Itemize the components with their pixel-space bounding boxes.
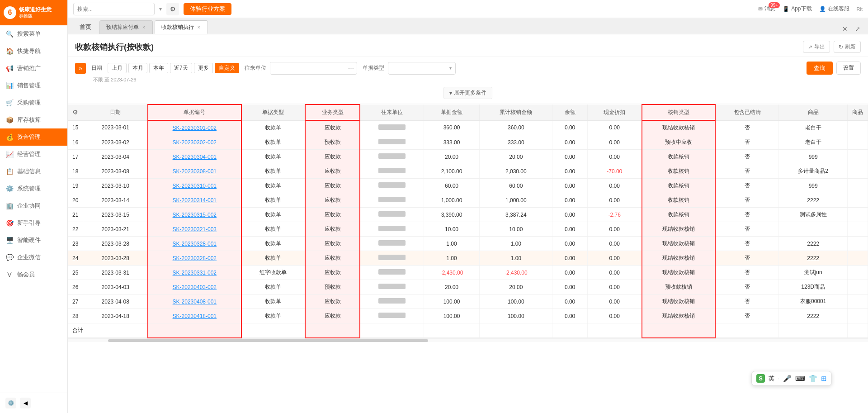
query-button[interactable]: 查询 <box>807 62 833 75</box>
cell-include-settled: 否 <box>715 193 779 208</box>
cell-include-settled: 否 <box>715 266 779 280</box>
topbar-right: ✉ 消息 99+ 📱 App下载 👤 在线客服 Rit <box>758 5 863 13</box>
order-no-link[interactable]: SK-20230418-001 <box>173 313 217 319</box>
tab-home[interactable]: 首页 <box>73 20 98 34</box>
sidebar-item-sales[interactable]: 📊销售管理 <box>0 77 67 94</box>
order-no-link[interactable]: SK-20230403-002 <box>173 284 217 290</box>
float-s-icon[interactable]: S <box>756 374 765 383</box>
cell-order-type: 收款单 <box>241 251 306 266</box>
cell-verify-type: 现结收款核销 <box>642 309 715 323</box>
sidebar-item-search[interactable]: 🔍搜索菜单 <box>0 25 67 43</box>
messages-btn[interactable]: ✉ 消息 99+ <box>758 5 775 13</box>
cell-verified: 20.00 <box>480 280 552 294</box>
order-no-link[interactable]: SK-20230331-002 <box>173 270 217 276</box>
order-no-link[interactable]: SK-20230302-002 <box>173 139 217 146</box>
order-no-link[interactable]: SK-20230304-001 <box>173 154 217 160</box>
sidebar-label-member: 畅会员 <box>17 271 35 279</box>
sidebar-item-system[interactable]: ⚙️系统管理 <box>0 180 67 197</box>
order-no-link[interactable]: SK-20230328-002 <box>173 255 217 261</box>
tab-collections-close[interactable]: × <box>197 24 201 31</box>
service-icon: 👤 <box>819 6 826 12</box>
sidebar-item-wechat[interactable]: 💬企业微信 <box>0 249 67 266</box>
topbar-gear-btn[interactable]: ⚙ <box>166 3 179 15</box>
cell-order-no: SK-20230328-002 <box>148 251 241 266</box>
float-shirt-icon[interactable]: 👕 <box>809 375 817 383</box>
order-no-link[interactable]: SK-20230408-001 <box>173 299 217 305</box>
order-no-link[interactable]: SK-20230301-002 <box>173 125 217 131</box>
order-no-link[interactable]: SK-20230328-001 <box>173 241 217 247</box>
date-btn-last-month[interactable]: 上月 <box>108 63 127 73</box>
scrollbar-thumb[interactable] <box>108 339 428 342</box>
topbar-search-input[interactable] <box>73 3 155 15</box>
sidebar-item-finance[interactable]: 💰资金管理 <box>0 128 67 146</box>
float-grid-icon[interactable]: ⊞ <box>821 375 827 383</box>
sidebar-item-inventory[interactable]: 📦库存核算 <box>0 111 67 128</box>
date-btn-more[interactable]: 更多 <box>194 63 213 73</box>
tab-collections[interactable]: 收款核销执行 × <box>155 20 208 34</box>
cell-partner <box>360 237 424 251</box>
settings-icon[interactable]: ⚙️ <box>5 398 16 408</box>
tab-close-all-btn[interactable]: ✕ <box>840 24 850 34</box>
message-badge: 99+ <box>769 2 780 8</box>
topbar-chevron-icon[interactable]: ▾ <box>159 6 162 12</box>
cell-order-type: 收款单 <box>241 294 306 309</box>
sidebar-item-marketing[interactable]: 📢营销推广 <box>0 60 67 77</box>
cell-date: 2023-03-31 <box>83 266 148 280</box>
sidebar-item-guide[interactable]: 🎯新手引导 <box>0 214 67 232</box>
date-btn-7days[interactable]: 近7天 <box>170 63 192 73</box>
tab-prepay[interactable]: 预结算应付单 × <box>99 20 153 34</box>
filter-settings-btn[interactable]: 设置 <box>836 62 861 75</box>
cell-verify-type: 现结收款核销 <box>642 251 715 266</box>
cell-order-no: SK-20230408-001 <box>148 294 241 309</box>
sidebar-label-base: 基础信息 <box>17 167 41 176</box>
cell-goods: 2222 <box>779 251 848 266</box>
cell-order-no: SK-20230418-001 <box>148 309 241 323</box>
filter-expand-arrow[interactable]: » <box>75 63 86 74</box>
cell-cash-discount: 0.00 <box>587 280 642 294</box>
footer-col-partner <box>360 323 424 338</box>
tab-maximize-btn[interactable]: ⤢ <box>853 24 863 34</box>
procurement-icon: 🛒 <box>5 99 14 107</box>
sidebar-item-enterprise[interactable]: 🏢企业协同 <box>0 197 67 214</box>
float-keyboard-icon[interactable]: ⌨ <box>795 375 805 383</box>
sidebar-item-operations[interactable]: 📈经营管理 <box>0 146 67 163</box>
export-btn[interactable]: ↗ 导出 <box>803 41 830 53</box>
solution-button[interactable]: 体验行业方案 <box>184 3 231 15</box>
date-btn-custom[interactable]: 自定义 <box>215 63 239 73</box>
collapse-icon[interactable]: ◀ <box>20 398 31 408</box>
sidebar-item-shortcuts[interactable]: 🏠快捷导航 <box>0 43 67 60</box>
date-btn-this-year[interactable]: 本年 <box>149 63 168 73</box>
float-en-label[interactable]: 英 <box>769 375 774 383</box>
order-no-link[interactable]: SK-20230310-001 <box>173 183 217 189</box>
sidebar-item-base[interactable]: 📋基础信息 <box>0 163 67 180</box>
tab-prepay-close[interactable]: × <box>142 24 146 31</box>
order-no-link[interactable]: SK-20230315-002 <box>173 212 217 218</box>
sidebar-item-hardware[interactable]: 🖥️智能硬件 <box>0 232 67 249</box>
order-no-link[interactable]: SK-20230308-001 <box>173 168 217 175</box>
cell-goods2 <box>848 251 868 266</box>
date-btn-this-month[interactable]: 本月 <box>128 63 147 73</box>
order-no-link[interactable]: SK-20230314-001 <box>173 197 217 204</box>
app-download-btn[interactable]: 📱 App下载 <box>783 5 811 13</box>
cell-order-no: SK-20230331-002 <box>148 266 241 280</box>
th-settings[interactable]: ⚙ <box>68 104 83 120</box>
date-filter-buttons: 上月 本月 本年 近7天 更多 自定义 <box>108 63 239 73</box>
table-scrollbar[interactable] <box>68 338 868 342</box>
order-no-link[interactable]: SK-20230321-003 <box>173 226 217 233</box>
sidebar-label-sales: 销售管理 <box>17 81 41 90</box>
order-type-select[interactable]: ▾ <box>388 62 456 75</box>
refresh-btn[interactable]: ↻ 刷新 <box>834 41 861 53</box>
partner-filter-input[interactable] <box>270 62 345 74</box>
float-mic-icon[interactable]: 🎤 <box>783 375 792 383</box>
message-icon: ✉ <box>758 6 763 12</box>
cell-order-type: 收款单 <box>241 135 306 150</box>
page-title: 收款核销执行(按收款) <box>75 42 154 52</box>
sidebar-label-shortcuts: 快捷导航 <box>17 47 41 55</box>
table-row: 16 2023-03-02 SK-20230302-002 收款单 预收款 33… <box>68 135 868 150</box>
partner-filter-dots[interactable]: ··· <box>345 64 357 72</box>
service-btn[interactable]: 👤 在线客服 <box>819 5 849 13</box>
expand-conditions-btn[interactable]: ▾ 展开更多条件 <box>443 87 492 99</box>
sidebar-item-member[interactable]: V畅会员 <box>0 266 67 283</box>
sidebar-item-procurement[interactable]: 🛒采购管理 <box>0 94 67 111</box>
th-goods: 商品 <box>779 104 848 120</box>
